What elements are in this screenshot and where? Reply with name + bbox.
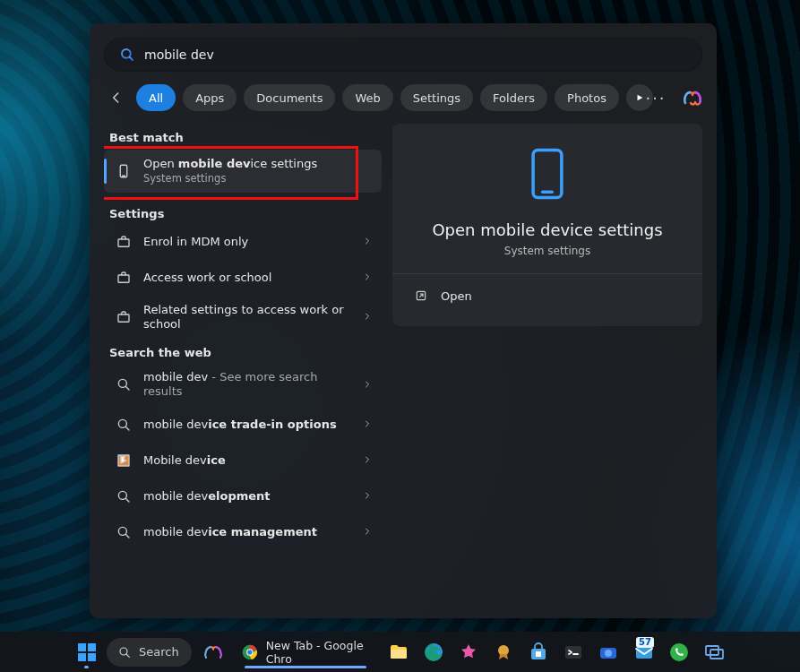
taskbar-whatsapp[interactable] [664, 634, 693, 670]
taskbar-app-star[interactable] [454, 634, 484, 670]
filter-documents[interactable]: Documents [244, 84, 335, 111]
filter-settings[interactable]: Settings [400, 84, 473, 111]
web-result-2[interactable]: mobile device trade-in options [104, 407, 382, 443]
settings-item-work-school[interactable]: Access work or school [104, 260, 382, 296]
chevron-right-icon [362, 523, 373, 540]
whatsapp-icon [668, 642, 690, 663]
svg-rect-39 [706, 646, 718, 655]
search-icon [115, 524, 133, 540]
svg-line-24 [126, 654, 129, 657]
preview-open-action[interactable]: Open [412, 274, 683, 317]
filter-photos[interactable]: Photos [555, 84, 619, 111]
folder-icon [388, 642, 409, 663]
taskbar-mail[interactable]: 57 [629, 634, 658, 670]
briefcase-icon [115, 309, 133, 325]
filter-web[interactable]: Web [342, 84, 392, 111]
terminal-icon [563, 642, 584, 663]
more-options-button[interactable]: ··· [643, 85, 668, 110]
windows-search-panel: All Apps Documents Web Settings Folders … [90, 23, 717, 618]
chevron-right-icon [362, 452, 373, 469]
taskbar-camera[interactable] [594, 634, 624, 670]
store-icon [528, 642, 549, 663]
svg-line-10 [125, 426, 129, 430]
taskbar-edge[interactable] [419, 634, 449, 670]
best-match-header: Best match [104, 124, 382, 148]
back-button[interactable] [104, 85, 129, 110]
search-icon [115, 417, 133, 433]
web-result-5[interactable]: mobile device management [104, 514, 382, 550]
svg-rect-4 [118, 239, 129, 246]
settings-item-related[interactable]: Related settings to access work or schoo… [104, 296, 382, 340]
results-list: Best match Open mobile device settings S… [104, 124, 382, 602]
filter-folders[interactable]: Folders [480, 84, 547, 111]
badge-icon [493, 642, 514, 663]
best-match-item[interactable]: Open mobile device settings System setti… [104, 150, 382, 193]
svg-point-38 [670, 643, 688, 661]
filter-apps[interactable]: Apps [183, 84, 237, 111]
briefcase-icon [115, 270, 133, 286]
svg-line-15 [125, 534, 129, 538]
svg-rect-22 [88, 653, 96, 661]
search-input[interactable] [144, 47, 687, 62]
phone-icon [528, 147, 567, 204]
search-icon [119, 47, 135, 63]
svg-line-8 [125, 387, 129, 391]
svg-rect-40 [710, 650, 723, 659]
settings-item-mdm[interactable]: Enrol in MDM only [104, 224, 382, 260]
filter-all[interactable]: All [136, 84, 176, 111]
desktops-icon [703, 642, 725, 663]
taskbar: Search New Tab - Google Chro [0, 632, 800, 672]
open-external-icon [414, 289, 428, 303]
best-match-title: Open mobile device settings [143, 157, 373, 171]
svg-rect-19 [78, 643, 86, 651]
search-web-header: Search the web [104, 339, 382, 363]
taskbar-chrome[interactable]: New Tab - Google Chro [232, 634, 379, 670]
chevron-right-icon [362, 376, 373, 393]
copilot-icon [202, 642, 223, 663]
windows-icon [76, 642, 98, 663]
search-box[interactable] [104, 38, 702, 72]
svg-rect-5 [118, 275, 129, 282]
taskbar-store[interactable] [524, 634, 554, 670]
svg-rect-16 [533, 151, 562, 198]
taskbar-terminal[interactable] [559, 634, 589, 670]
svg-point-27 [247, 650, 252, 654]
mail-badge: 57 [636, 637, 654, 648]
settings-header: Settings [104, 200, 382, 224]
svg-rect-20 [88, 643, 96, 651]
chevron-right-icon [362, 233, 373, 250]
bing-icon [115, 452, 133, 469]
svg-rect-28 [391, 650, 407, 659]
svg-rect-33 [565, 646, 581, 659]
preview-subtitle: System settings [412, 245, 683, 257]
svg-rect-32 [536, 651, 541, 657]
start-button[interactable] [72, 634, 101, 670]
taskbar-app-badge[interactable] [489, 634, 519, 670]
copilot-icon[interactable] [681, 87, 702, 108]
svg-line-1 [130, 57, 133, 60]
svg-rect-37 [636, 647, 652, 659]
chrome-icon [241, 642, 259, 663]
web-result-3[interactable]: Mobile device [104, 443, 382, 478]
phone-icon [115, 163, 133, 179]
taskbar-virtual-desktops[interactable] [699, 634, 728, 670]
taskbar-search[interactable]: Search [107, 638, 192, 667]
camera-icon [598, 642, 619, 663]
svg-rect-6 [118, 314, 129, 322]
search-icon [117, 645, 132, 659]
best-match-subtitle: System settings [143, 172, 373, 185]
search-icon [115, 376, 133, 392]
web-result-1[interactable]: mobile dev - See more search results [104, 363, 382, 407]
chevron-right-icon [362, 269, 373, 286]
taskbar-copilot[interactable] [197, 634, 227, 670]
preview-card: Open mobile device settings System setti… [392, 124, 702, 326]
web-result-4[interactable]: mobile development [104, 478, 382, 514]
taskbar-explorer[interactable] [384, 634, 414, 670]
filter-row: All Apps Documents Web Settings Folders … [104, 84, 702, 111]
search-icon [115, 488, 133, 504]
svg-rect-21 [78, 653, 86, 661]
preview-title: Open mobile device settings [412, 220, 683, 239]
svg-point-36 [605, 650, 612, 657]
briefcase-icon [115, 234, 133, 250]
svg-line-13 [125, 498, 129, 502]
